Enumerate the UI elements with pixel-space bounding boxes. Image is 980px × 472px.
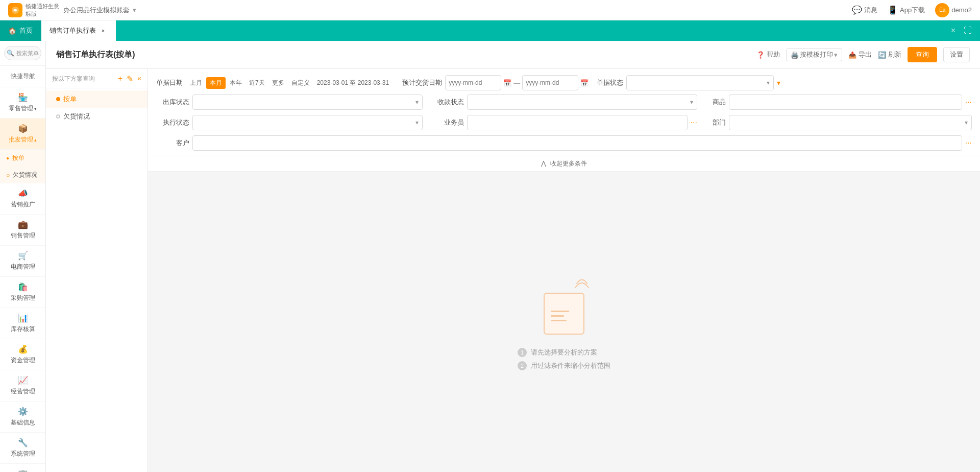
customer-input[interactable] [192, 135, 962, 151]
debt-circle [56, 114, 60, 119]
message-button[interactable]: 💬 消息 [852, 5, 877, 15]
sales-icon: 💼 [18, 220, 28, 229]
content-area: 销售订单执行表(按单) ❓ 帮助 🖨️ 按模板打印 ▾ 📤 导出 🔄 刷新 [46, 41, 980, 472]
date-tab-more[interactable]: 更多 [269, 77, 287, 89]
sidebar-item-sales[interactable]: 💼 销售管理 [0, 215, 45, 246]
sidebar-item-system[interactable]: 🔧 系统管理 [0, 433, 45, 464]
enterprise-icon: 🏢 [18, 469, 28, 472]
tab-home[interactable]: 🏠 首页 [0, 20, 41, 41]
date-filter-group: 单据日期 上月 本月 本年 近7天 更多 自定义 2023-03-01 至 20… [156, 77, 389, 89]
scheme-item-order[interactable]: 按单 [46, 90, 148, 108]
date-tab-this-year[interactable]: 本年 [227, 77, 245, 89]
scheme-bullet [56, 97, 60, 101]
step1-num: 1 [518, 348, 527, 357]
customer-label: 客户 [156, 138, 189, 148]
exec-label: 执行状态 [156, 118, 189, 127]
print-button[interactable]: 🖨️ 按模板打印 ▾ [786, 48, 842, 61]
collapse-filters-button[interactable]: ⋀ 收起更多条件 [148, 156, 980, 171]
customer-dots-button[interactable]: ··· [965, 138, 972, 148]
out-stock-select[interactable] [192, 95, 423, 110]
empty-box-body [544, 301, 584, 335]
scheme-edit-button[interactable]: ✎ [127, 74, 133, 84]
staff-input[interactable] [467, 115, 688, 130]
delivery-date-separator: — [513, 79, 520, 87]
sidebar-item-inventory[interactable]: 📊 库存核算 [0, 308, 45, 339]
export-button[interactable]: 📤 导出 [848, 50, 872, 59]
user-profile[interactable]: Ea demo2 [935, 3, 972, 17]
empty-state: 1 请先选择要分析的方案 2 用过滤条件来缩小分析范围 [148, 172, 980, 472]
window-close-button[interactable]: × [949, 24, 958, 37]
delivery-date-calendar-from[interactable]: 📅 [503, 79, 511, 87]
settings-button[interactable]: 设置 [943, 47, 970, 62]
staff-dots-button[interactable]: ··· [691, 118, 697, 127]
goods-input[interactable] [729, 95, 962, 110]
wholesale-submenu: ● 按单 ○ 欠货情况 [0, 150, 45, 183]
doc-status-dropdown-icon[interactable]: ▾ [777, 79, 780, 87]
receipt-status-group: 收款状态 [431, 95, 697, 110]
delivery-date-from[interactable] [445, 75, 501, 90]
tab-close-button[interactable]: × [99, 27, 107, 35]
exec-select-wrapper [192, 115, 423, 130]
exec-select[interactable] [192, 115, 423, 130]
search-menu-button[interactable]: 🔍 搜索菜单 [4, 46, 41, 60]
goods-dots-button[interactable]: ··· [965, 98, 972, 107]
main-content: 按以下方案查询 + ✎ « 按单 欠货情况 [46, 69, 980, 472]
tab-sales-order[interactable]: 销售订单执行表 × [41, 20, 116, 41]
out-stock-group: 出库状态 [156, 95, 423, 110]
date-tab-this-month[interactable]: 本月 [206, 77, 226, 89]
date-tab-7days[interactable]: 近7天 [246, 77, 268, 89]
sidebar-item-finance[interactable]: 💰 资金管理 [0, 339, 45, 370]
filter-row-1: 单据日期 上月 本月 本年 近7天 更多 自定义 2023-03-01 至 20… [148, 69, 980, 95]
refresh-button[interactable]: 🔄 刷新 [878, 50, 901, 59]
dept-label: 部门 [705, 118, 726, 127]
breadcrumb[interactable]: 办公用品行业模拟账套 ▾ [63, 6, 136, 15]
sidebar-item-marketing[interactable]: 📣 营销推广 [0, 183, 45, 215]
date-tab-custom[interactable]: 自定义 [288, 77, 313, 89]
sidebar-item-enterprise[interactable]: 🏢 企业协同 [0, 464, 45, 472]
sidebar-item-wholesale[interactable]: 📦 批发管理 ▴ [0, 119, 45, 150]
staff-group: 业务员 ··· [431, 115, 697, 130]
date-tab-last-month[interactable]: 上月 [187, 77, 205, 89]
receipt-select[interactable] [467, 95, 697, 110]
search-icon: 🔍 [7, 50, 14, 57]
out-stock-select-wrapper [192, 95, 423, 110]
sidebar-item-ecommerce[interactable]: 🛒 电商管理 [0, 246, 45, 277]
app-download-button[interactable]: 📱 App下载 [888, 5, 925, 15]
sidebar-sub-item-debt[interactable]: ○ 欠货情况 [0, 167, 45, 183]
scheme-add-button[interactable]: + [118, 74, 122, 84]
help-button[interactable]: ❓ 帮助 [756, 50, 780, 59]
sidebar-item-retail[interactable]: 🏪 零售管理 ▾ [0, 87, 45, 119]
empty-illustration [531, 273, 597, 340]
doc-status-select[interactable] [626, 75, 774, 90]
breadcrumb-dropdown-icon[interactable]: ▾ [133, 6, 136, 14]
scheme-item-debt[interactable]: 欠货情况 [46, 108, 148, 125]
doc-status-group: 单据状态 ▾ [597, 75, 780, 90]
quick-nav-label[interactable]: 快捷导航 [0, 70, 45, 83]
scheme-collapse-button[interactable]: « [137, 74, 141, 84]
window-maximize-button[interactable]: ⛶ [962, 24, 974, 37]
sidebar-item-operation[interactable]: 📈 经营管理 [0, 370, 45, 402]
dept-select[interactable] [729, 115, 972, 130]
delivery-date-to[interactable] [522, 75, 578, 90]
staff-label: 业务员 [431, 118, 464, 127]
step2-num: 2 [518, 361, 527, 370]
sidebar-sub-item-order[interactable]: ● 按单 [0, 150, 45, 167]
query-button[interactable]: 查询 [908, 47, 937, 62]
delivery-date-label: 预计交货日期 [402, 78, 442, 87]
date-tab-group: 上月 本月 本年 近7天 更多 自定义 [187, 77, 313, 89]
page-actions: ❓ 帮助 🖨️ 按模板打印 ▾ 📤 导出 🔄 刷新 查询 设置 [756, 47, 970, 68]
sidebar-item-purchase[interactable]: 🛍️ 采购管理 [0, 277, 45, 308]
export-icon: 📤 [848, 51, 856, 59]
system-icon: 🔧 [18, 438, 28, 447]
marketing-icon: 📣 [18, 188, 28, 198]
tab-bar-actions: × ⛶ [943, 20, 980, 41]
empty-text-step1: 1 请先选择要分析的方案 [518, 348, 597, 357]
message-icon: 💬 [852, 5, 862, 15]
out-stock-label: 出库状态 [156, 98, 189, 107]
refresh-icon: 🔄 [878, 51, 886, 59]
date-label: 单据日期 [156, 78, 183, 87]
home-icon: 🏠 [8, 27, 16, 35]
delivery-date-calendar-to[interactable]: 📅 [580, 79, 589, 87]
scheme-panel-header: 按以下方案查询 + ✎ « [46, 74, 148, 88]
sidebar-item-basic[interactable]: ⚙️ 基础信息 [0, 402, 45, 433]
